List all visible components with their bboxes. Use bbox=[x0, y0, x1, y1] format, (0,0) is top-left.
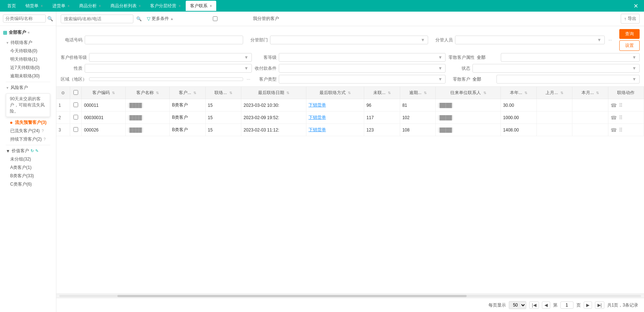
row3-checkbox[interactable] bbox=[70, 124, 82, 136]
tab-analysis-list-close[interactable]: × bbox=[139, 4, 141, 8]
tomorrow-contact-item[interactable]: 明天待联络(1) bbox=[3, 55, 53, 64]
per-page-label: 每页显示 bbox=[488, 302, 506, 308]
my-customers-checkbox[interactable] bbox=[179, 16, 251, 21]
status-select[interactable]: ▼ bbox=[472, 64, 640, 73]
week-contact-item[interactable]: 近7天待联络(0) bbox=[3, 64, 53, 72]
row3-more-icon[interactable]: ⠿ bbox=[619, 127, 623, 133]
row1-contact-icon[interactable]: ☎ bbox=[611, 102, 617, 108]
price-customer-header[interactable]: ▼ 价值客户 ↻ ✎ bbox=[3, 147, 53, 155]
risk-customer-title[interactable]: ▼ 风险客户 bbox=[3, 84, 53, 92]
horizontal-scrollbar[interactable] bbox=[56, 293, 644, 298]
row2-select[interactable] bbox=[73, 115, 78, 119]
collapse-icon[interactable]: « bbox=[28, 31, 30, 35]
already-lost-item[interactable]: 已流失客户(24) ? bbox=[3, 127, 53, 135]
col-contact[interactable]: 联络... ⇅ bbox=[205, 87, 241, 99]
tab-analysis-list[interactable]: 商品分析列表 × bbox=[106, 1, 145, 11]
region-select[interactable] bbox=[89, 77, 243, 81]
col-this-month[interactable]: 本月... ⇅ bbox=[572, 87, 608, 99]
person-select[interactable]: ▼ bbox=[455, 36, 605, 44]
row2-method-link[interactable]: 下销货单 bbox=[309, 115, 326, 120]
today-contact-item[interactable]: 今天待联络(0) bbox=[3, 47, 53, 55]
col-this-year[interactable]: 本年... ⇅ bbox=[501, 87, 537, 99]
select-all-checkbox[interactable] bbox=[73, 90, 78, 95]
gender-select[interactable]: ▼ bbox=[85, 64, 252, 73]
pending-contact-title[interactable]: ▼ 待联络客户 bbox=[3, 39, 53, 47]
tab-customer-contact-close[interactable]: × bbox=[210, 4, 212, 8]
customer-level-arrow: ▼ bbox=[438, 55, 442, 60]
tab-customer-layer-close[interactable]: × bbox=[178, 4, 181, 8]
col-no-contact[interactable]: 未联... ⇅ bbox=[364, 87, 400, 99]
zero-attr-select[interactable]: ▼ bbox=[501, 53, 640, 62]
row1-select[interactable] bbox=[73, 102, 78, 107]
phone-input[interactable] bbox=[85, 36, 243, 44]
keep-down-item[interactable]: 持续下滑客户(2) ? bbox=[3, 135, 53, 143]
customer-level-field: 客等级 ▼ bbox=[255, 53, 446, 62]
col-code[interactable]: 客户编码 ⇅ bbox=[82, 87, 126, 99]
col-last-month[interactable]: 上月... ⇅ bbox=[536, 87, 572, 99]
tab-analysis-close[interactable]: × bbox=[99, 4, 101, 8]
col-checkbox[interactable] bbox=[70, 87, 82, 99]
row2-checkbox[interactable] bbox=[70, 112, 82, 124]
row3-num: 3 bbox=[56, 124, 70, 136]
last-page-button[interactable]: ▶| bbox=[595, 301, 604, 309]
first-page-button[interactable]: |◀ bbox=[529, 301, 539, 309]
unclassified-item[interactable]: 未分组(32) bbox=[3, 155, 53, 163]
payment-select[interactable]: ▼ bbox=[279, 64, 446, 73]
customer-type-label: 客户类型 bbox=[255, 76, 277, 82]
retail-select[interactable]: ▼ bbox=[496, 75, 640, 84]
overdue-contact-item[interactable]: 逾期未联络(30) bbox=[3, 72, 53, 80]
row1-checkbox[interactable] bbox=[70, 99, 82, 112]
tab-home[interactable]: 首页 bbox=[3, 1, 20, 11]
tab-sales[interactable]: 销货单 × bbox=[21, 1, 47, 11]
refresh-icon[interactable]: ↻ bbox=[31, 149, 34, 153]
tab-purchase-close[interactable]: × bbox=[68, 4, 70, 8]
export-button[interactable]: ↑ 导出 bbox=[621, 14, 640, 24]
tab-purchase[interactable]: 进货单 × bbox=[48, 1, 74, 11]
a-class-item[interactable]: A类客户(1) bbox=[3, 163, 53, 172]
col-contact-person[interactable]: 往来单位联系人 ⇅ bbox=[436, 87, 501, 99]
tab-customer-layer[interactable]: 客户分层经营 × bbox=[146, 1, 185, 11]
c-class-item[interactable]: C类客户(6) bbox=[3, 180, 53, 189]
price-level-select[interactable]: ▼ bbox=[89, 53, 252, 62]
customer-type-select[interactable]: ▼ bbox=[279, 75, 446, 84]
col-name[interactable]: 客户名称 ⇅ bbox=[126, 87, 170, 99]
row2-contact-icon[interactable]: ☎ bbox=[611, 115, 617, 121]
col-overdue[interactable]: 逾期... ⇅ bbox=[400, 87, 436, 99]
next-page-button[interactable]: ▶ bbox=[584, 301, 592, 309]
my-customers-checkbox-label[interactable]: 我分管的客户 bbox=[179, 16, 279, 22]
tab-customer-contact[interactable]: 客户联系 × bbox=[186, 1, 216, 11]
row3-method-link[interactable]: 下销货单 bbox=[309, 127, 326, 132]
more-conditions-button[interactable]: ▽ 更多条件 ▲ bbox=[145, 14, 176, 23]
col-last-method[interactable]: 最后联络方式 ⇅ bbox=[306, 87, 364, 99]
tab-sales-close[interactable]: × bbox=[41, 4, 43, 8]
edit-icon[interactable]: ✎ bbox=[35, 149, 39, 153]
row3-contact-icon[interactable]: ☎ bbox=[611, 127, 617, 133]
person-dots[interactable]: ··· bbox=[607, 37, 613, 42]
search-button[interactable]: 🔍 bbox=[136, 16, 142, 21]
all-customers-header[interactable]: ⊞ 全部客户 « bbox=[3, 28, 53, 37]
search-input[interactable] bbox=[61, 15, 133, 23]
dept-select[interactable]: ▼ bbox=[270, 36, 428, 44]
row1-method-link[interactable]: 下销货单 bbox=[309, 102, 326, 108]
lost-preview-item[interactable]: 流失预警客户(3) bbox=[3, 118, 53, 127]
col-type[interactable]: 客户... ⇅ bbox=[170, 87, 206, 99]
category-search-input[interactable] bbox=[3, 15, 46, 23]
per-page-select[interactable]: 50 bbox=[509, 301, 526, 309]
row3-select[interactable] bbox=[73, 127, 78, 132]
region-dots[interactable]: ··· bbox=[245, 77, 252, 82]
row1-action: ☎ ⠿ bbox=[608, 99, 644, 112]
prev-page-button[interactable]: ◀ bbox=[542, 301, 550, 309]
tab-analysis-list-label: 商品分析列表 bbox=[110, 3, 137, 9]
tab-analysis[interactable]: 商品分析 × bbox=[75, 1, 105, 11]
query-button[interactable]: 查询 bbox=[619, 29, 640, 39]
window-close-button[interactable]: ✕ bbox=[631, 3, 641, 9]
col-last-date[interactable]: 最后联络日期 ⇅ bbox=[241, 87, 306, 99]
b-class-item[interactable]: B类客户(33) bbox=[3, 172, 53, 180]
col-settings[interactable]: ⚙ bbox=[56, 87, 70, 99]
settings-button[interactable]: 设置 bbox=[619, 40, 640, 51]
page-input[interactable] bbox=[560, 301, 573, 309]
customer-level-select[interactable]: ▼ bbox=[279, 53, 446, 62]
scroll-thumb[interactable] bbox=[117, 295, 467, 297]
row1-more-icon[interactable]: ⠿ bbox=[619, 102, 623, 108]
row2-more-icon[interactable]: ⠿ bbox=[619, 115, 623, 121]
